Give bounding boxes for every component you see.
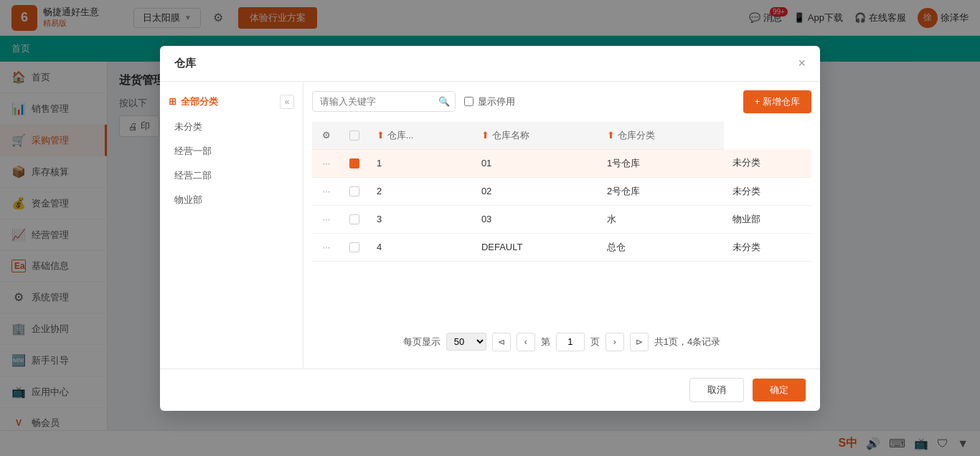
pagination: 每页显示 50 20 100 ⊲ ‹ 第 页 › ⊳ 共1页，4条记录 (312, 324, 811, 360)
row-checkbox-0[interactable] (349, 158, 359, 168)
category-header: ⊞ 全部分类 « (160, 89, 303, 115)
modal-close-button[interactable]: × (798, 56, 806, 71)
page-number-input[interactable] (556, 333, 585, 351)
row-checkbox-1[interactable] (349, 186, 359, 196)
col-settings[interactable]: ⚙ (312, 122, 341, 150)
row-settings-3[interactable]: ··· (312, 233, 341, 261)
search-icon[interactable]: 🔍 (438, 96, 450, 107)
table-row[interactable]: ··· 4 DEFAULT 总仓 未分类 (312, 233, 811, 261)
row-check-2 (341, 205, 368, 233)
modal-body: ⊞ 全部分类 « 未分类 经营一部 经营二部 物业部 (160, 82, 820, 369)
row-settings-0[interactable]: ··· (312, 149, 341, 177)
table-row[interactable]: ··· 1 01 1号仓库 未分类 (312, 149, 811, 177)
warehouse-modal: 仓库 × ⊞ 全部分类 « 未分类 经营一部 (160, 46, 820, 411)
row-check-0 (341, 149, 368, 177)
cancel-button[interactable]: 取消 (689, 378, 744, 402)
warehouse-table: ⚙ ⬆ 仓库... ⬆ (312, 122, 811, 262)
category-item-ops1[interactable]: 经营一部 (160, 139, 303, 163)
first-page-button[interactable]: ⊲ (492, 333, 511, 351)
grid-icon: ⊞ (169, 96, 176, 107)
search-input[interactable] (312, 91, 456, 112)
row-category-1: 未分类 (724, 177, 811, 205)
row-checkbox-2[interactable] (349, 214, 359, 224)
row-more-icon: ··· (323, 158, 331, 168)
total-info: 共1页，4条记录 (654, 336, 720, 348)
sort-icon-name: ⬆ (481, 130, 489, 141)
col-checkbox (341, 122, 368, 150)
row-code-3: DEFAULT (473, 233, 598, 261)
col-name-header[interactable]: ⬆ 仓库名称 (473, 122, 598, 150)
row-check-1 (341, 177, 368, 205)
row-name-2: 水 (598, 205, 724, 233)
table-header-row: ⚙ ⬆ 仓库... ⬆ (312, 122, 811, 150)
page-suffix: 页 (590, 336, 600, 348)
per-page-select[interactable]: 50 20 100 (446, 333, 486, 351)
confirm-button[interactable]: 确定 (753, 379, 806, 402)
next-page-button[interactable]: › (606, 333, 624, 351)
row-category-2: 物业部 (724, 205, 811, 233)
modal-header: 仓库 × (160, 46, 820, 82)
row-settings-1[interactable]: ··· (312, 177, 341, 205)
show-disabled-label[interactable]: 显示停用 (464, 95, 515, 108)
table-container: ⚙ ⬆ 仓库... ⬆ (312, 122, 811, 324)
prev-page-button[interactable]: ‹ (517, 333, 535, 351)
modal-overlay: 仓库 × ⊞ 全部分类 « 未分类 经营一部 (0, 0, 980, 456)
table-panel: 🔍 显示停用 + 新增仓库 ⚙ (303, 82, 820, 369)
row-code-1: 02 (473, 177, 598, 205)
row-num-3: 4 (368, 233, 473, 261)
show-disabled-checkbox[interactable] (464, 97, 473, 106)
category-item-property[interactable]: 物业部 (160, 188, 303, 212)
add-warehouse-button[interactable]: + 新增仓库 (743, 90, 811, 113)
row-name-3: 总仓 (598, 233, 724, 261)
header-checkbox[interactable] (349, 130, 359, 141)
search-input-wrap: 🔍 (312, 91, 456, 112)
category-item-unclassified[interactable]: 未分类 (160, 115, 303, 139)
table-row[interactable]: ··· 3 03 水 物业部 (312, 205, 811, 233)
category-item-ops2[interactable]: 经营二部 (160, 163, 303, 188)
modal-footer: 取消 确定 (160, 369, 820, 411)
all-categories-label: 全部分类 (181, 95, 218, 108)
row-code-0: 01 (473, 149, 598, 177)
last-page-button[interactable]: ⊳ (630, 333, 649, 351)
row-more-icon: ··· (323, 214, 331, 224)
search-bar: 🔍 显示停用 + 新增仓库 (312, 90, 811, 113)
table-head: ⚙ ⬆ 仓库... ⬆ (312, 122, 811, 150)
settings-icon: ⚙ (322, 130, 331, 141)
per-page-label: 每页显示 (403, 336, 440, 348)
all-categories-button[interactable]: ⊞ 全部分类 (169, 95, 218, 108)
sort-icon-cat: ⬆ (607, 130, 615, 141)
row-more-icon: ··· (323, 242, 331, 252)
table-body: ··· 1 01 1号仓库 未分类 ··· 2 02 2号仓库 未分类 ··· (312, 149, 811, 261)
collapse-button[interactable]: « (280, 95, 294, 109)
row-num-1: 2 (368, 177, 473, 205)
col-category-header[interactable]: ⬆ 仓库分类 (598, 122, 724, 150)
row-checkbox-3[interactable] (349, 242, 359, 252)
row-num-2: 3 (368, 205, 473, 233)
row-settings-2[interactable]: ··· (312, 205, 341, 233)
row-num-0: 1 (368, 149, 473, 177)
row-name-0: 1号仓库 (598, 149, 724, 177)
row-category-3: 未分类 (724, 233, 811, 261)
table-row[interactable]: ··· 2 02 2号仓库 未分类 (312, 177, 811, 205)
row-more-icon: ··· (323, 186, 331, 196)
sort-icon: ⬆ (377, 130, 385, 141)
category-panel: ⊞ 全部分类 « 未分类 经营一部 经营二部 物业部 (160, 82, 303, 369)
row-name-1: 2号仓库 (598, 177, 724, 205)
page-label: 第 (541, 336, 550, 348)
row-check-3 (341, 233, 368, 261)
col-code-header[interactable]: ⬆ 仓库... (368, 122, 473, 150)
row-category-0: 未分类 (724, 149, 811, 177)
modal-title: 仓库 (174, 57, 196, 70)
row-code-2: 03 (473, 205, 598, 233)
